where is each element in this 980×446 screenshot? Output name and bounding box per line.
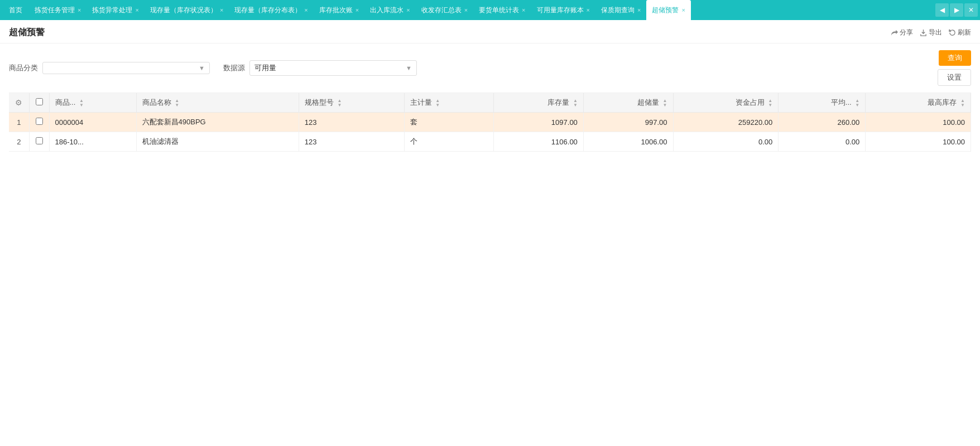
col-capital-label: 资金占用 <box>736 98 765 106</box>
nav-tab-keyongliang[interactable]: 可用量库存账本 × <box>531 0 595 20</box>
col-avg[interactable]: 平均... ▲▼ <box>779 93 866 113</box>
filter-area: 商品分类 ▼ 数据源 可用量 ▼ 查询 设置 <box>0 43 980 93</box>
sort-icon: ▲▼ <box>175 99 179 108</box>
capital-cell: 259220.00 <box>673 113 779 132</box>
col-product-name-label: 商品名称 <box>142 98 171 106</box>
col-checkbox-header <box>29 93 49 113</box>
stock-cell: 1106.00 <box>494 132 584 152</box>
datasource-select[interactable]: 可用量 ▼ <box>249 60 417 76</box>
col-capital[interactable]: 资金占用 ▲▼ <box>673 93 779 113</box>
refresh-action[interactable]: 刷新 <box>949 28 971 37</box>
nav-tab-chaochuyujing[interactable]: 超储预警 × <box>646 0 690 20</box>
col-spec[interactable]: 规格型号 ▲▼ <box>299 93 404 113</box>
product-code-cell: 0000004 <box>49 113 136 132</box>
close-icon[interactable]: × <box>220 7 223 13</box>
overstock-cell: 997.00 <box>583 113 673 132</box>
close-icon[interactable]: × <box>356 7 359 13</box>
spec-cell: 123 <box>299 113 404 132</box>
close-icon[interactable]: × <box>522 7 525 13</box>
col-stock[interactable]: 库存量 ▲▼ <box>494 93 584 113</box>
close-icon[interactable]: × <box>681 7 685 13</box>
chevron-down-icon: ▼ <box>199 65 205 71</box>
col-max-stock-label: 最高库存 <box>928 98 957 106</box>
datasource-select-value: 可用量 <box>254 63 403 73</box>
col-unit-label: 主计量 <box>410 98 432 106</box>
set-button[interactable]: 设置 <box>938 69 971 86</box>
spec-cell: 123 <box>299 132 404 152</box>
col-settings: ⚙ <box>9 93 29 113</box>
col-stock-label: 库存量 <box>547 98 569 106</box>
max-stock-cell: 100.00 <box>866 113 971 132</box>
export-icon <box>920 29 927 36</box>
avg-cell: 0.00 <box>779 132 866 152</box>
datasource-label: 数据源 <box>223 63 245 73</box>
nav-tab-kucunpici[interactable]: 库存批次账 × <box>314 0 364 20</box>
nav-tab-churukuliushui[interactable]: 出入库流水 × <box>364 0 415 20</box>
capital-cell: 0.00 <box>673 132 779 152</box>
nav-prev-button[interactable]: ◀ <box>935 3 949 17</box>
select-all-checkbox[interactable] <box>36 98 43 105</box>
table-row: 1 0000004 六配套新昌490BPG 123 套 1097.00 997.… <box>9 113 971 132</box>
col-product-name[interactable]: 商品名称 ▲▼ <box>136 93 299 113</box>
nav-tab-shoufacun[interactable]: 收发存汇总表 × <box>416 0 473 20</box>
row-checkbox-cell <box>29 132 49 152</box>
close-icon[interactable]: × <box>637 7 641 13</box>
product-name-cell: 六配套新昌490BPG <box>136 113 299 132</box>
sort-icon: ▲▼ <box>79 99 84 108</box>
nav-tab-xiancunliang2[interactable]: 现存量（库存分布表） × <box>229 0 313 20</box>
nav-next-button[interactable]: ▶ <box>950 3 963 17</box>
nav-arrows-group: ◀ ▶ ✕ <box>934 3 978 17</box>
category-select[interactable]: ▼ <box>42 62 210 74</box>
sort-icon: ▲▼ <box>960 99 965 108</box>
col-product-code-label: 商品... <box>55 98 76 106</box>
table-header-row: ⚙ 商品... ▲▼ 商品名称 ▲▼ 规格型号 ▲▼ 主计 <box>9 93 971 113</box>
page-header: 超储预警 分享 导出 刷新 <box>0 20 980 43</box>
stock-cell: 1097.00 <box>494 113 584 132</box>
col-product-code[interactable]: 商品... ▲▼ <box>49 93 136 113</box>
max-stock-cell: 100.00 <box>866 132 971 152</box>
sort-icon: ▲▼ <box>663 99 667 108</box>
export-action[interactable]: 导出 <box>920 28 942 37</box>
unit-cell: 个 <box>404 132 494 152</box>
table-body: 1 0000004 六配套新昌490BPG 123 套 1097.00 997.… <box>9 113 971 152</box>
close-icon[interactable]: × <box>587 7 590 13</box>
close-icon[interactable]: × <box>464 7 468 13</box>
overstock-table: ⚙ 商品... ▲▼ 商品名称 ▲▼ 规格型号 ▲▼ 主计 <box>9 93 971 152</box>
query-button[interactable]: 查询 <box>939 50 971 66</box>
nav-tab-yaohuo[interactable]: 要货单统计表 × <box>473 0 531 20</box>
row-checkbox-cell <box>29 113 49 132</box>
category-label: 商品分类 <box>9 63 38 73</box>
share-icon <box>891 29 898 36</box>
table-row: 2 186-10... 机油滤清器 123 个 1106.00 1006.00 … <box>9 132 971 152</box>
row-checkbox[interactable] <box>36 118 43 125</box>
row-checkbox[interactable] <box>36 137 43 144</box>
settings-icon[interactable]: ⚙ <box>15 98 22 107</box>
close-icon[interactable]: × <box>304 7 308 13</box>
close-icon[interactable]: × <box>78 7 81 13</box>
col-max-stock[interactable]: 最高库存 ▲▼ <box>866 93 971 113</box>
col-overstock[interactable]: 超储量 ▲▼ <box>583 93 673 113</box>
row-number: 1 <box>9 113 29 132</box>
avg-cell: 260.00 <box>779 113 866 132</box>
close-icon[interactable]: × <box>135 7 138 13</box>
filter-buttons: 查询 设置 <box>938 50 971 86</box>
share-action[interactable]: 分享 <box>891 28 913 37</box>
col-unit[interactable]: 主计量 ▲▼ <box>404 93 494 113</box>
refresh-icon <box>949 29 956 36</box>
sort-icon: ▲▼ <box>337 99 342 108</box>
nav-tab-jianhuorenwuguanli[interactable]: 拣货任务管理 × <box>29 0 87 20</box>
product-code-cell: 186-10... <box>49 132 136 152</box>
page-title: 超储预警 <box>9 27 45 38</box>
close-icon[interactable]: × <box>406 7 410 13</box>
nav-home[interactable]: 首页 <box>2 0 29 20</box>
overstock-cell: 1006.00 <box>583 132 673 152</box>
sort-icon: ▲▼ <box>435 99 440 108</box>
row-number: 2 <box>9 132 29 152</box>
nav-tab-jianhuo-yichang[interactable]: 拣货异常处理 × <box>87 0 144 20</box>
sort-icon: ▲▼ <box>573 99 578 108</box>
nav-tab-baozhi[interactable]: 保质期查询 × <box>595 0 646 20</box>
product-name-cell: 机油滤清器 <box>136 132 299 152</box>
nav-tab-xiancunliang1[interactable]: 现存量（库存状况表） × <box>145 0 229 20</box>
col-avg-label: 平均... <box>831 98 852 106</box>
nav-close-button[interactable]: ✕ <box>964 3 978 17</box>
